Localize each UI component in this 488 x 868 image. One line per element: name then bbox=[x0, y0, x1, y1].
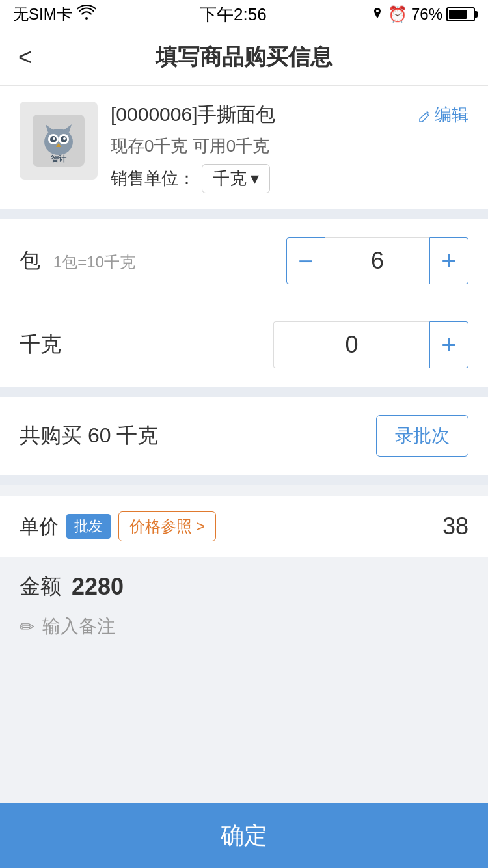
price-value: 38 bbox=[442, 513, 468, 540]
svg-point-7 bbox=[63, 137, 66, 140]
note-label: 输入备注 bbox=[42, 614, 115, 639]
svg-point-1 bbox=[44, 129, 73, 155]
unit-label: 销售单位： bbox=[111, 167, 195, 190]
amount-section: 金额 2280 ✏ 输入备注 bbox=[0, 557, 488, 649]
bao-row: 包 1包=10千克 − + bbox=[20, 219, 468, 303]
status-bar: 无SIM卡 下午2:56 ⏰ 76% bbox=[0, 0, 488, 29]
product-unit-row: 销售单位： 千克 ▾ bbox=[111, 164, 468, 193]
bao-label-group: 包 1包=10千克 bbox=[20, 247, 135, 275]
product-section: 智计 [0000006]手撕面包 编辑 现存0千克 可用0千克 销售单位： 千克… bbox=[0, 86, 488, 209]
unit-dropdown-icon: ▾ bbox=[251, 169, 259, 189]
bao-quantity-input[interactable] bbox=[325, 237, 429, 284]
page-title: 填写商品购买信息 bbox=[156, 42, 332, 72]
bao-quantity-control: − + bbox=[286, 237, 468, 284]
summary-text: 共购买 60 千克 bbox=[20, 422, 158, 450]
price-section: 单价 批发 价格参照 > 38 bbox=[0, 496, 488, 557]
price-label: 单价 bbox=[20, 513, 59, 540]
amount-value: 2280 bbox=[72, 573, 124, 601]
alarm-icon: ⏰ bbox=[388, 5, 407, 23]
separator-2 bbox=[0, 387, 488, 397]
price-row: 单价 批发 价格参照 > 38 bbox=[20, 511, 468, 541]
product-name-row: [0000006]手撕面包 编辑 bbox=[111, 102, 468, 128]
nav-bar: < 填写商品购买信息 bbox=[0, 29, 488, 86]
location-icon bbox=[371, 5, 384, 23]
amount-row: 金额 2280 bbox=[20, 573, 468, 601]
note-icon: ✏ bbox=[20, 616, 34, 638]
bao-sublabel: 1包=10千克 bbox=[53, 253, 135, 271]
edit-button[interactable]: 编辑 bbox=[418, 103, 468, 126]
bao-label: 包 bbox=[20, 249, 40, 272]
bao-increment-button[interactable]: + bbox=[429, 237, 468, 284]
bao-decrement-button[interactable]: − bbox=[286, 237, 325, 284]
back-button[interactable]: < bbox=[18, 44, 32, 71]
input-section: 包 1包=10千克 − + 千克 + bbox=[0, 219, 488, 387]
kg-row: 千克 + bbox=[20, 303, 468, 387]
confirm-button[interactable]: 确定 bbox=[0, 803, 488, 868]
svg-text:智计: 智计 bbox=[50, 154, 67, 163]
main-content: 单价 批发 价格参照 > 38 金额 2280 ✏ 输入备注 bbox=[0, 496, 488, 756]
product-info: [0000006]手撕面包 编辑 现存0千克 可用0千克 销售单位： 千克 ▾ bbox=[111, 102, 468, 193]
product-stock: 现存0千克 可用0千克 bbox=[111, 135, 468, 157]
carrier-text: 无SIM卡 bbox=[13, 4, 72, 25]
wifi-icon bbox=[77, 5, 96, 23]
batch-button[interactable]: 录批次 bbox=[376, 415, 468, 457]
amount-label: 金额 bbox=[20, 573, 61, 601]
status-time: 下午2:56 bbox=[200, 3, 267, 26]
kg-label: 千克 bbox=[20, 332, 61, 356]
kg-increment-button[interactable]: + bbox=[429, 321, 468, 368]
price-ref-label: 价格参照 bbox=[129, 516, 192, 537]
kg-quantity-control: + bbox=[273, 321, 468, 368]
summary-section: 共购买 60 千克 录批次 bbox=[0, 397, 488, 475]
product-name: [0000006]手撕面包 bbox=[111, 102, 275, 128]
unit-value: 千克 bbox=[213, 167, 247, 190]
kg-label-group: 千克 bbox=[20, 331, 61, 359]
price-ref-button[interactable]: 价格参照 > bbox=[118, 511, 216, 541]
price-label-group: 单价 批发 价格参照 > bbox=[20, 511, 216, 541]
battery-icon bbox=[446, 7, 475, 21]
price-ref-arrow: > bbox=[196, 517, 205, 536]
edit-label: 编辑 bbox=[435, 103, 468, 126]
separator-3 bbox=[0, 475, 488, 485]
unit-select[interactable]: 千克 ▾ bbox=[202, 164, 270, 193]
status-right: ⏰ 76% bbox=[371, 5, 475, 23]
status-left: 无SIM卡 bbox=[13, 4, 96, 25]
kg-quantity-input[interactable] bbox=[273, 321, 429, 368]
battery-percent: 76% bbox=[411, 5, 442, 23]
price-badge: 批发 bbox=[66, 514, 111, 539]
note-row[interactable]: ✏ 输入备注 bbox=[20, 614, 468, 639]
svg-point-6 bbox=[53, 137, 55, 140]
product-image: 智计 bbox=[20, 102, 98, 180]
separator-1 bbox=[0, 209, 488, 219]
